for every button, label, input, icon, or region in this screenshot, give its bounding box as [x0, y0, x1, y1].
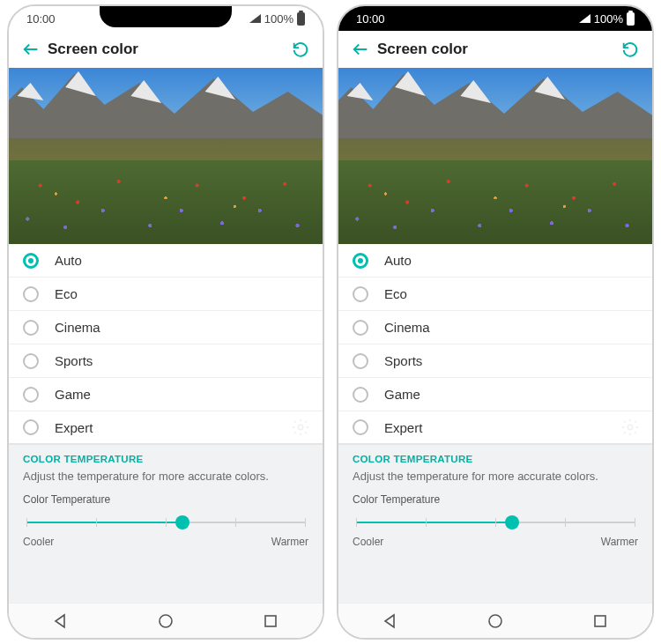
nav-home-button[interactable] — [478, 609, 513, 633]
color-mode-list: Auto Eco Cinema Sports — [338, 244, 652, 445]
color-mode-game[interactable]: Game — [9, 378, 323, 411]
status-bar: 10:00 100% — [338, 6, 652, 31]
color-mode-cinema[interactable]: Cinema — [338, 311, 652, 344]
radio-icon — [353, 320, 368, 336]
color-mode-expert[interactable]: Expert — [9, 411, 323, 445]
color-mode-list: Auto Eco Cinema Sports — [9, 244, 323, 445]
svg-point-1 — [160, 615, 172, 627]
radio-icon — [23, 387, 39, 403]
preview-image — [9, 68, 323, 244]
clock: 10:00 — [356, 12, 385, 26]
slider-max-label: Warmer — [601, 536, 638, 548]
radio-icon — [353, 419, 368, 435]
app-bar: Screen color — [338, 31, 652, 68]
color-mode-sports[interactable]: Sports — [338, 344, 652, 378]
gear-icon — [291, 418, 310, 437]
display-notch — [100, 4, 232, 27]
color-temperature-slider[interactable] — [23, 514, 308, 530]
color-mode-expert[interactable]: Expert — [338, 411, 652, 445]
radio-icon — [353, 387, 368, 403]
slider-max-label: Warmer — [271, 536, 308, 548]
color-temperature-section: COLOR TEMPERATURE Adjust the temperature… — [338, 445, 652, 603]
nav-back-button[interactable] — [373, 609, 408, 633]
app-bar: Screen color — [9, 31, 323, 68]
color-temperature-section: COLOR TEMPERATURE Adjust the temperature… — [9, 445, 323, 603]
battery-icon — [297, 12, 305, 26]
page-title: Screen color — [377, 41, 617, 58]
nav-recents-button[interactable] — [253, 609, 288, 633]
svg-point-0 — [298, 425, 303, 430]
radio-icon — [23, 419, 39, 435]
status-bar: 10:00 100% — [9, 6, 323, 31]
option-label: Expert — [55, 420, 93, 435]
slider-min-label: Cooler — [23, 536, 54, 548]
color-mode-eco[interactable]: Eco — [9, 278, 323, 311]
battery-percent: 100% — [594, 12, 623, 26]
nav-home-button[interactable] — [148, 609, 183, 633]
back-button[interactable] — [18, 36, 44, 63]
option-label: Sports — [55, 353, 93, 368]
color-mode-cinema[interactable]: Cinema — [9, 311, 323, 344]
section-heading: COLOR TEMPERATURE — [23, 454, 308, 464]
color-mode-sports[interactable]: Sports — [9, 344, 323, 378]
page-title: Screen color — [48, 41, 287, 58]
option-label: Auto — [55, 253, 82, 268]
reset-button[interactable] — [287, 36, 314, 63]
nav-recents-button[interactable] — [583, 609, 618, 633]
option-label: Game — [384, 387, 420, 402]
option-label: Eco — [384, 286, 407, 301]
svg-point-3 — [628, 425, 633, 430]
radio-icon — [353, 353, 368, 369]
slider-thumb[interactable] — [175, 515, 189, 529]
svg-point-4 — [489, 615, 501, 627]
gear-icon — [620, 418, 640, 437]
color-mode-game[interactable]: Game — [338, 378, 652, 411]
option-label: Eco — [55, 286, 78, 301]
option-label: Cinema — [384, 320, 430, 335]
android-navbar — [338, 603, 652, 638]
nav-back-button[interactable] — [43, 609, 78, 633]
android-navbar — [9, 603, 323, 638]
svg-rect-5 — [595, 616, 605, 626]
option-label: Game — [55, 387, 91, 402]
preview-image — [338, 68, 652, 244]
color-mode-auto[interactable]: Auto — [9, 244, 323, 278]
slider-thumb[interactable] — [505, 515, 519, 529]
reset-button[interactable] — [617, 36, 643, 63]
back-button[interactable] — [347, 36, 374, 63]
option-label: Cinema — [55, 320, 100, 335]
radio-icon — [23, 253, 39, 269]
section-heading: COLOR TEMPERATURE — [353, 454, 638, 464]
color-mode-auto[interactable]: Auto — [338, 244, 652, 278]
radio-icon — [353, 253, 368, 269]
color-mode-eco[interactable]: Eco — [338, 278, 652, 311]
battery-icon — [627, 12, 635, 26]
option-label: Auto — [384, 253, 412, 268]
radio-icon — [23, 320, 39, 336]
slider-min-label: Cooler — [353, 536, 383, 548]
section-description: Adjust the temperature for more accurate… — [23, 470, 308, 483]
slider-label: Color Temperature — [23, 493, 308, 506]
clock: 10:00 — [26, 12, 56, 26]
option-label: Sports — [384, 353, 422, 368]
signal-icon — [249, 14, 261, 23]
radio-icon — [23, 353, 39, 369]
svg-rect-2 — [265, 616, 276, 626]
battery-percent: 100% — [264, 12, 293, 26]
section-description: Adjust the temperature for more accurate… — [353, 470, 638, 483]
color-temperature-slider[interactable] — [353, 514, 638, 530]
option-label: Expert — [384, 420, 422, 435]
radio-icon — [23, 286, 39, 302]
signal-icon — [579, 14, 590, 23]
slider-label: Color Temperature — [353, 493, 638, 506]
radio-icon — [353, 286, 368, 302]
